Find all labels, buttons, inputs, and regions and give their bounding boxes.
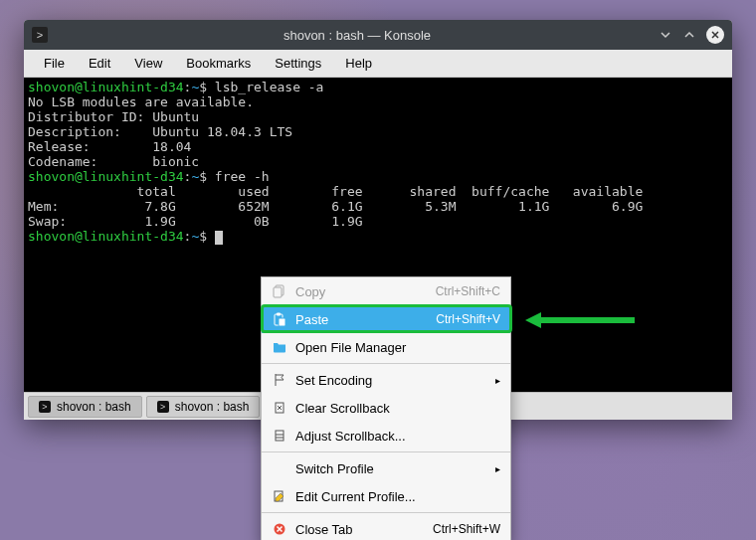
menu-label: Clear Scrollback (295, 401, 500, 416)
menu-view[interactable]: View (124, 52, 172, 75)
menu-paste[interactable]: Paste Ctrl+Shift+V (262, 305, 510, 333)
menu-bookmarks[interactable]: Bookmarks (176, 52, 261, 75)
prompt-symbol: $ (199, 229, 207, 244)
output-line: Codename: bionic (28, 154, 199, 169)
menu-open-file-manager[interactable]: Open File Manager (262, 333, 510, 361)
menu-label: Close Tab (295, 522, 425, 537)
menu-file[interactable]: File (34, 52, 75, 75)
menu-shortcut: Ctrl+Shift+C (436, 284, 500, 298)
menu-clear-scrollback[interactable]: Clear Scrollback (262, 394, 510, 422)
menu-shortcut: Ctrl+Shift+V (436, 312, 500, 326)
window-controls (659, 26, 724, 44)
output-line: Swap: 1.9G 0B 1.9G (28, 214, 363, 229)
menu-separator (262, 451, 510, 452)
close-icon (272, 522, 287, 536)
output-line: Description: Ubuntu 18.04.3 LTS (28, 124, 292, 139)
svg-rect-3 (277, 313, 281, 316)
menu-switch-profile[interactable]: Switch Profile ▸ (262, 454, 510, 482)
output-line: Distributor ID: Ubuntu (28, 109, 199, 124)
prompt-user: shovon@linuxhint-d34 (28, 169, 184, 184)
menu-adjust-scrollback[interactable]: Adjust Scrollback... (262, 422, 510, 450)
output-line: Release: 18.04 (28, 139, 191, 154)
clear-icon (272, 401, 287, 415)
tab-label: shovon : bash (175, 400, 250, 414)
output-line: total used free shared buff/cache availa… (28, 184, 643, 199)
terminal-icon: > (157, 401, 169, 413)
svg-rect-6 (276, 431, 284, 441)
folder-icon (272, 340, 287, 354)
menu-label: Set Encoding (295, 373, 487, 388)
menu-set-encoding[interactable]: Set Encoding ▸ (262, 366, 510, 394)
flag-icon (272, 373, 287, 387)
output-line: Mem: 7.8G 652M 6.1G 5.3M 1.1G 6.9G (28, 199, 643, 214)
menu-label: Paste (295, 312, 428, 327)
context-menu: Copy Ctrl+Shift+C Paste Ctrl+Shift+V Ope… (261, 276, 511, 540)
chevron-right-icon: ▸ (495, 463, 500, 474)
menu-copy: Copy Ctrl+Shift+C (262, 277, 510, 305)
tab-label: shovon : bash (57, 400, 131, 414)
output-line: No LSB modules are available. (28, 94, 254, 109)
menu-edit[interactable]: Edit (79, 52, 120, 75)
app-icon: > (32, 27, 48, 43)
tab-2[interactable]: > shovon : bash (146, 396, 261, 418)
paste-icon (272, 312, 287, 326)
command-1: lsb_release -a (215, 80, 324, 94)
adjust-icon (272, 429, 287, 443)
menu-help[interactable]: Help (335, 52, 382, 75)
menu-label: Copy (295, 284, 428, 299)
svg-rect-4 (279, 318, 285, 326)
prompt-symbol: $ (199, 169, 207, 184)
close-button[interactable] (706, 26, 724, 44)
menu-label: Open File Manager (295, 340, 500, 355)
svg-rect-1 (274, 287, 282, 297)
command-2: free -h (215, 169, 270, 184)
menu-label: Adjust Scrollback... (295, 429, 500, 444)
prompt-user: shovon@linuxhint-d34 (28, 229, 184, 244)
window-title: shovon : bash — Konsole (56, 28, 659, 43)
tab-1[interactable]: > shovon : bash (28, 396, 142, 418)
copy-icon (272, 284, 287, 298)
maximize-button[interactable] (682, 28, 696, 42)
minimize-button[interactable] (659, 28, 672, 42)
menu-shortcut: Ctrl+Shift+W (433, 522, 500, 536)
chevron-right-icon: ▸ (495, 375, 500, 386)
terminal-icon: > (39, 401, 51, 413)
titlebar: > shovon : bash — Konsole (24, 20, 732, 50)
menu-close-tab[interactable]: Close Tab Ctrl+Shift+W (262, 515, 510, 540)
menu-settings[interactable]: Settings (265, 52, 331, 75)
prompt-symbol: $ (199, 80, 207, 94)
menu-separator (262, 363, 510, 364)
prompt-user: shovon@linuxhint-d34 (28, 80, 184, 94)
cursor (215, 231, 223, 245)
menu-label: Edit Current Profile... (295, 489, 500, 504)
menu-separator (262, 512, 510, 513)
menu-label: Switch Profile (295, 461, 487, 476)
menubar: File Edit View Bookmarks Settings Help (24, 50, 732, 78)
menu-edit-profile[interactable]: Edit Current Profile... (262, 482, 510, 510)
edit-icon (272, 489, 287, 503)
